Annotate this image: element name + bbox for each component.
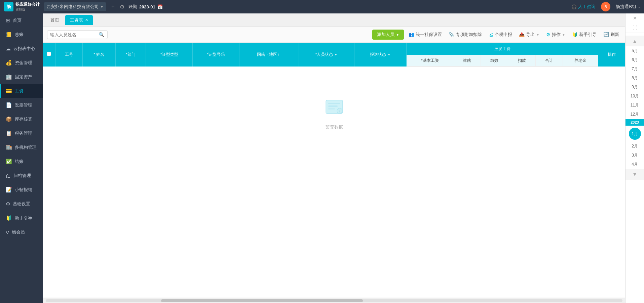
sidebar-item-invoice[interactable]: 📄 发票管理 bbox=[0, 98, 43, 112]
sidebar-item-ledger[interactable]: 📒 总账 bbox=[0, 28, 43, 42]
invoice-icon: 📄 bbox=[6, 102, 12, 108]
th-id-number: *证型号码 bbox=[193, 43, 239, 67]
guide-action-icon: 🔰 bbox=[572, 32, 578, 37]
month-8[interactable]: 8月 bbox=[626, 74, 644, 83]
report-status-filter-icon[interactable]: ▼ bbox=[387, 53, 391, 56]
add-person-button[interactable]: 添加人员 ▼ bbox=[372, 30, 404, 40]
th-report-status: 报送状态 ▼ bbox=[354, 43, 407, 67]
export-btn[interactable]: 📤 导出 ▼ bbox=[517, 30, 541, 39]
sidebar-item-settle[interactable]: ✅ 结账 bbox=[0, 155, 43, 169]
app-name-block: 畅应通好会计 旗舰版 bbox=[15, 2, 40, 12]
toolbar: 🔍 添加人员 ▼ 👥 统一社保设置 📎 专项附加扣除 🖨 个税申报 📤 bbox=[43, 27, 625, 43]
operate-icon: ⚙ bbox=[546, 32, 551, 37]
sidebar-label-archive: 归档管理 bbox=[13, 173, 31, 179]
archive-icon: 🗂 bbox=[6, 173, 11, 179]
svg-rect-1 bbox=[328, 103, 340, 104]
sidebar-label-ledger: 总账 bbox=[15, 32, 24, 38]
empty-state: :( 暂无数据 bbox=[43, 67, 625, 157]
month-5[interactable]: 5月 bbox=[626, 46, 644, 55]
month-2[interactable]: 2月 bbox=[626, 142, 644, 151]
app-name: 畅应通好会计 bbox=[15, 2, 40, 7]
person-status-filter-icon[interactable]: ▼ bbox=[334, 53, 338, 56]
logo-area: 畅 畅应通好会计 旗舰版 bbox=[4, 2, 40, 12]
th-payroll-group: 应发工资 bbox=[407, 43, 598, 55]
current-month[interactable]: 1月 bbox=[629, 128, 641, 140]
period-label: 账期 bbox=[128, 4, 137, 10]
account-period: 账期 2023-01 📅 bbox=[128, 4, 163, 10]
search-icon: 🔍 bbox=[99, 32, 104, 37]
special-deduction-btn[interactable]: 📎 专项附加扣除 bbox=[447, 30, 484, 39]
company-selector[interactable]: 西安虾米网络科技有限公司 ▼ bbox=[44, 2, 106, 11]
sidebar-item-tax[interactable]: 📋 税务管理 bbox=[0, 126, 43, 140]
sidebar-label-settle: 结账 bbox=[15, 159, 24, 165]
tab-close-icon[interactable]: ✕ bbox=[85, 18, 88, 22]
panel-expand-btn[interactable]: ⛶ bbox=[626, 23, 644, 33]
settle-icon: ✅ bbox=[6, 159, 12, 165]
tax-report-btn[interactable]: 🖨 个税申报 bbox=[487, 30, 514, 39]
tab-salary-table[interactable]: 工资表 ✕ bbox=[65, 15, 93, 25]
refresh-icon: 🔄 bbox=[603, 32, 609, 37]
panel-close-btn[interactable]: ✕ bbox=[626, 13, 644, 23]
search-input[interactable] bbox=[50, 32, 97, 37]
sidebar: ⊞ 首页 📒 总账 ☁ 云报表中心 💰 资金管理 🏢 固定资产 💳 工资 📄 发… bbox=[0, 13, 43, 303]
sidebar-item-multi[interactable]: 🏬 多机构管理 bbox=[0, 140, 43, 155]
year-down-btn[interactable]: ▼ bbox=[626, 169, 644, 180]
month-7[interactable]: 7月 bbox=[626, 64, 644, 74]
user-name[interactable]: 畅捷通B组... bbox=[616, 4, 640, 10]
social-settings-btn[interactable]: 👥 统一社保设置 bbox=[407, 30, 444, 39]
guide-btn[interactable]: 🔰 新手引导 bbox=[570, 30, 599, 39]
sidebar-label-member: 畅会员 bbox=[12, 229, 25, 235]
sidebar-item-archive[interactable]: 🗂 归档管理 bbox=[0, 169, 43, 183]
top-header: 畅 畅应通好会计 旗舰版 西安虾米网络科技有限公司 ▼ ＋ ⚙ 账期 2023-… bbox=[0, 0, 644, 13]
add-company-btn[interactable]: ＋ bbox=[110, 3, 116, 10]
month-9[interactable]: 9月 bbox=[626, 83, 644, 92]
app-edition: 旗舰版 bbox=[15, 7, 40, 12]
user-avatar: B bbox=[601, 2, 610, 11]
scrollbar-track[interactable] bbox=[46, 299, 622, 302]
month-6[interactable]: 6月 bbox=[626, 55, 644, 64]
th-country: 国籍（地区） bbox=[239, 43, 299, 67]
month-12[interactable]: 12月 bbox=[626, 110, 644, 119]
refresh-btn[interactable]: 🔄 刷新 bbox=[601, 30, 621, 39]
gear-icon: ⚙ bbox=[120, 4, 124, 10]
empty-state-icon: :( bbox=[321, 93, 348, 120]
sidebar-item-inventory[interactable]: 📦 库存核算 bbox=[0, 112, 43, 126]
month-3[interactable]: 3月 bbox=[626, 151, 644, 160]
add-btn-arrow-icon: ▼ bbox=[396, 33, 399, 37]
sidebar-item-guide[interactable]: 🔰 新手引导 bbox=[0, 211, 43, 225]
add-person-label: 添加人员 bbox=[377, 32, 394, 38]
month-4[interactable]: 4月 bbox=[626, 160, 644, 169]
period-value: 2023-01 bbox=[139, 4, 155, 9]
special-label: 专项附加扣除 bbox=[456, 32, 482, 38]
year-up-btn[interactable]: ▲ bbox=[626, 36, 644, 46]
service-btn[interactable]: 🎧 人工咨询 bbox=[571, 4, 596, 10]
bottom-scrollbar bbox=[43, 298, 625, 303]
service-label: 人工咨询 bbox=[578, 4, 596, 10]
sidebar-label-funds: 资金管理 bbox=[15, 60, 32, 66]
company-name: 西安虾米网络科技有限公司 bbox=[46, 4, 99, 10]
settings-icon-btn[interactable]: ⚙ bbox=[120, 4, 124, 10]
sidebar-item-assets[interactable]: 🏢 固定资产 bbox=[0, 70, 43, 84]
sidebar-item-salary[interactable]: 💳 工资 bbox=[0, 84, 43, 98]
month-11[interactable]: 11月 bbox=[626, 101, 644, 110]
logo-char: 畅 bbox=[7, 4, 11, 10]
home-icon: ⊞ bbox=[6, 17, 10, 24]
select-all-checkbox[interactable] bbox=[47, 52, 51, 56]
tab-home[interactable]: 首页 bbox=[46, 15, 64, 25]
sidebar-item-funds[interactable]: 💰 资金管理 bbox=[0, 56, 43, 70]
search-wrap: 🔍 bbox=[47, 30, 108, 39]
month-10[interactable]: 10月 bbox=[626, 92, 644, 101]
tab-salary-label: 工资表 bbox=[70, 17, 83, 23]
sidebar-item-home[interactable]: ⊞ 首页 bbox=[0, 13, 43, 28]
sidebar-item-settings[interactable]: ⚙ 基础设置 bbox=[0, 197, 43, 211]
scrollbar-thumb[interactable] bbox=[161, 299, 363, 302]
calendar-icon[interactable]: 📅 bbox=[157, 4, 163, 9]
sidebar-label-assets: 固定资产 bbox=[15, 74, 32, 80]
operate-btn[interactable]: ⚙ 操作 ▼ bbox=[544, 30, 567, 39]
right-panel: ✕ ⛶ ▲ 5月 6月 7月 8月 9月 10月 11月 12月 2023 1月… bbox=[625, 13, 644, 303]
operate-chevron-icon: ▼ bbox=[562, 33, 565, 37]
sidebar-item-member[interactable]: V 畅会员 bbox=[0, 225, 43, 239]
th-allowance: 津贴 bbox=[453, 55, 481, 67]
sidebar-item-cloud[interactable]: ☁ 云报表中心 bbox=[0, 42, 43, 56]
sidebar-item-report[interactable]: 📝 小畅报销 bbox=[0, 183, 43, 197]
